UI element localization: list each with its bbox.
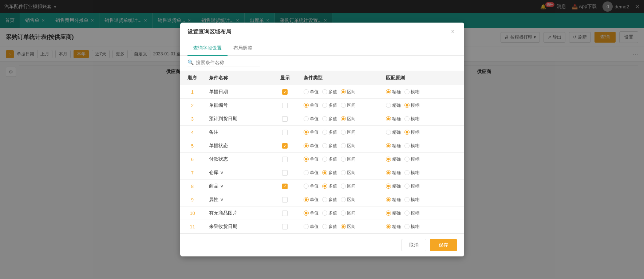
type-radio-多值[interactable]: 多值 <box>322 183 337 189</box>
type-radio-单值[interactable]: 单值 <box>304 170 319 176</box>
modal-close-button[interactable]: × <box>449 28 457 36</box>
match-radio-模糊[interactable]: 模糊 <box>404 89 419 95</box>
row-show-cell[interactable] <box>270 193 299 207</box>
match-radio-模糊[interactable]: 模糊 <box>404 116 419 122</box>
match-radio-模糊[interactable]: 模糊 <box>404 143 419 149</box>
match-radio-模糊[interactable]: 模糊 <box>404 183 419 189</box>
type-radio-区间[interactable]: 区间 <box>341 116 356 122</box>
type-radio-多值[interactable]: 多值 <box>322 156 337 162</box>
type-radio-多值[interactable]: 多值 <box>322 224 337 230</box>
match-radio-精确[interactable]: 精确 <box>386 143 401 149</box>
type-radio-单值[interactable]: 单值 <box>304 129 319 135</box>
type-radio-多值[interactable]: 多值 <box>322 210 337 216</box>
type-radio-多值[interactable]: 多值 <box>322 197 337 203</box>
type-radio-单值[interactable]: 单值 <box>304 143 319 149</box>
row-match-cell: 精确模糊 <box>382 153 464 166</box>
match-radio-精确[interactable]: 精确 <box>386 183 401 189</box>
row-type-cell: 单值多值区间 <box>299 166 382 180</box>
type-radio-区间[interactable]: 区间 <box>341 210 356 216</box>
type-radio-单值[interactable]: 单值 <box>304 102 319 109</box>
match-radio-精确[interactable]: 精确 <box>386 129 401 135</box>
type-radio-单值[interactable]: 单值 <box>304 210 319 216</box>
modal-table: 顺序 条件名称 显示 条件类型 匹配原则 1单据日期单值多值区间精确模糊2单据编… <box>180 71 464 233</box>
match-radio-模糊[interactable]: 模糊 <box>404 102 419 109</box>
type-radio-单值[interactable]: 单值 <box>304 197 319 203</box>
type-radio-多值[interactable]: 多值 <box>322 102 337 109</box>
show-checkbox[interactable] <box>282 116 288 122</box>
type-radio-多值[interactable]: 多值 <box>322 143 337 149</box>
show-checkbox[interactable] <box>282 211 288 216</box>
match-radio-精确[interactable]: 精确 <box>386 210 401 216</box>
show-checkbox[interactable] <box>282 89 288 95</box>
row-show-cell[interactable] <box>270 85 299 99</box>
type-radio-区间[interactable]: 区间 <box>341 224 356 230</box>
row-show-cell[interactable] <box>270 207 299 220</box>
show-checkbox[interactable] <box>282 184 288 189</box>
tab-query-fields[interactable]: 查询字段设置 <box>187 41 228 56</box>
match-radio-精确[interactable]: 精确 <box>386 89 401 95</box>
match-radio-模糊[interactable]: 模糊 <box>404 129 419 135</box>
match-radio-精确[interactable]: 精确 <box>386 197 401 203</box>
type-radio-区间[interactable]: 区间 <box>341 197 356 203</box>
type-radio-多值[interactable]: 多值 <box>322 170 337 176</box>
show-checkbox[interactable] <box>282 197 288 203</box>
row-show-cell[interactable] <box>270 180 299 193</box>
row-show-cell[interactable] <box>270 112 299 126</box>
type-radio-区间[interactable]: 区间 <box>341 129 356 135</box>
show-checkbox[interactable] <box>282 130 288 135</box>
radio-dot <box>304 197 309 202</box>
row-show-cell[interactable] <box>270 126 299 139</box>
type-radio-区间[interactable]: 区间 <box>341 102 356 109</box>
type-radio-区间[interactable]: 区间 <box>341 143 356 149</box>
type-radio-单值[interactable]: 单值 <box>304 224 319 230</box>
cancel-button[interactable]: 取消 <box>402 239 426 251</box>
show-checkbox[interactable] <box>282 143 288 149</box>
search-input[interactable] <box>196 60 254 65</box>
type-radio-单值[interactable]: 单值 <box>304 116 319 122</box>
radio-dot <box>341 170 346 175</box>
show-checkbox[interactable] <box>282 224 288 229</box>
save-button[interactable]: 保存 <box>430 239 457 251</box>
radio-dot <box>404 116 410 121</box>
tab-layout[interactable]: 布局调整 <box>228 41 258 56</box>
table-row: 2单据编号单值多值区间精确模糊 <box>180 99 464 112</box>
match-radio-模糊[interactable]: 模糊 <box>404 156 419 162</box>
radio-dot <box>386 103 391 108</box>
show-checkbox[interactable] <box>282 157 288 162</box>
show-checkbox[interactable] <box>282 103 288 108</box>
type-radio-多值[interactable]: 多值 <box>322 129 337 135</box>
type-radio-多值[interactable]: 多值 <box>322 116 337 122</box>
type-radio-单值[interactable]: 单值 <box>304 156 319 162</box>
type-radio-单值[interactable]: 单值 <box>304 89 319 95</box>
radio-dot <box>304 116 309 121</box>
order-number: 1 <box>191 89 194 95</box>
type-radio-区间[interactable]: 区间 <box>341 89 356 95</box>
row-match-cell: 精确模糊 <box>382 166 464 180</box>
radio-dot <box>404 211 410 216</box>
show-checkbox[interactable] <box>282 170 288 176</box>
match-radio-模糊[interactable]: 模糊 <box>404 197 419 203</box>
row-show-cell[interactable] <box>270 139 299 153</box>
row-show-cell[interactable] <box>270 153 299 166</box>
match-radio-精确[interactable]: 精确 <box>386 102 401 109</box>
row-condition-name: 备注 <box>205 126 270 139</box>
modal-title: 设置查询区域布局 <box>187 28 231 35</box>
match-radio-模糊[interactable]: 模糊 <box>404 170 419 176</box>
match-radio-模糊[interactable]: 模糊 <box>404 210 419 216</box>
type-radio-单值[interactable]: 单值 <box>304 183 319 189</box>
modal: 设置查询区域布局 × 查询字段设置 布局调整 🔍 <box>180 23 464 256</box>
match-radio-精确[interactable]: 精确 <box>386 116 401 122</box>
type-radio-区间[interactable]: 区间 <box>341 170 356 176</box>
type-radio-多值[interactable]: 多值 <box>322 89 337 95</box>
match-radio-精确[interactable]: 精确 <box>386 156 401 162</box>
match-radio-模糊[interactable]: 模糊 <box>404 224 419 230</box>
row-match-cell: 精确模糊 <box>382 220 464 233</box>
row-show-cell[interactable] <box>270 220 299 233</box>
type-radio-区间[interactable]: 区间 <box>341 156 356 162</box>
row-show-cell[interactable] <box>270 99 299 112</box>
row-show-cell[interactable] <box>270 166 299 180</box>
type-radio-区间[interactable]: 区间 <box>341 183 356 189</box>
match-radio-精确[interactable]: 精确 <box>386 170 401 176</box>
row-match-cell: 精确模糊 <box>382 85 464 99</box>
match-radio-精确[interactable]: 精确 <box>386 224 401 230</box>
